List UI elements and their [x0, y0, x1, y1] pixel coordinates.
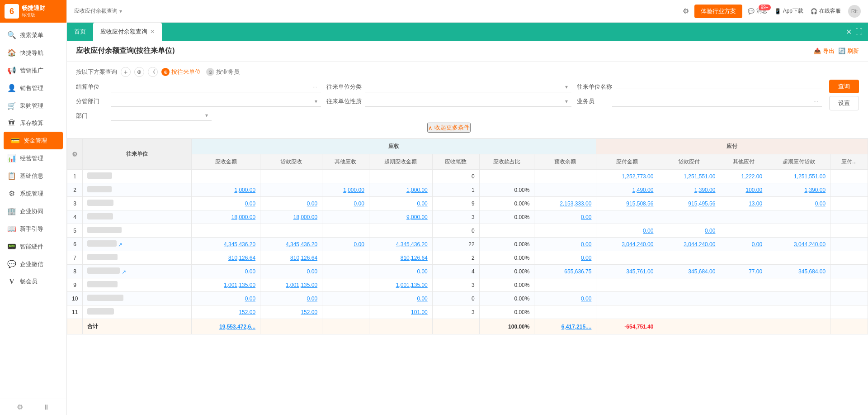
collapse-footer-icon[interactable]: ⏸: [42, 403, 50, 411]
field-label-partner-name: 往来单位名称: [577, 83, 612, 91]
table-wrapper[interactable]: ⚙ 往来单位 应收 应付 应收金额 贷款应收 其他应收 超期应收金额 应收笔数 …: [67, 138, 868, 415]
refresh-icon: 🔄: [838, 48, 845, 54]
app-download-icon: 📱: [774, 8, 781, 14]
smart-hw-icon: 📟: [7, 242, 16, 251]
tab-close-icon[interactable]: ✕: [150, 29, 155, 35]
settings-footer-icon[interactable]: ⚙: [17, 403, 23, 411]
cell-ar_count: 3: [432, 210, 479, 224]
message-button[interactable]: 💬 消息 99+: [748, 7, 767, 15]
filter-scheme-salesman[interactable]: ⊙ 按业务员: [206, 68, 240, 76]
cell-ar_other: [322, 210, 369, 224]
sidebar-item-label: 经营管理: [20, 154, 43, 162]
quick-nav-icon: 🏠: [7, 48, 16, 57]
cell-ar_loan: 1,001,135.00: [260, 278, 322, 292]
filter-label: 按以下方案查询: [76, 68, 117, 76]
promo-button[interactable]: 体验行业方案: [694, 5, 742, 18]
sidebar-item-quick-nav[interactable]: 🏠 快捷导航: [0, 44, 66, 62]
dots-icon: ···: [312, 83, 317, 90]
field-label-partner-nature: 往来单位性质: [326, 97, 362, 105]
table-row: 6 ↗4,345,436.204,345,436.200.004,345,436…: [67, 238, 868, 251]
cell-ar_loan: 810,126.64: [260, 251, 322, 265]
cell-ar_advance: 655,636.75: [534, 265, 596, 278]
refresh-button[interactable]: 🔄 刷新: [838, 47, 859, 55]
cell-ar_amount: 1,001,135.00: [192, 278, 260, 292]
cell-ar_advance: 0.00: [534, 251, 596, 265]
th-ar-count: 应收笔数: [432, 154, 479, 170]
dept-select[interactable]: ▾: [111, 96, 321, 107]
cell-ar_overdue: [369, 224, 432, 238]
sidebar-item-label: 畅会员: [20, 277, 38, 286]
sidebar-item-inventory[interactable]: 🏛 库存核算: [0, 114, 66, 132]
sidebar-item-smart-hw[interactable]: 📟 智能硬件: [0, 238, 66, 255]
filter-add-button[interactable]: +: [121, 67, 131, 77]
sidebar-item-base-info[interactable]: 📋 基础信息: [0, 167, 66, 185]
sidebar-item-member[interactable]: V 畅会员: [0, 273, 66, 290]
sidebar-item-guide[interactable]: 📖 新手引导: [0, 220, 66, 238]
export-button[interactable]: 📤 导出: [814, 47, 835, 55]
sidebar-footer: ⚙ ⏸: [0, 399, 66, 415]
cell-ar_advance: [534, 183, 596, 197]
filter-scheme-partner[interactable]: ⊕ 按往来单位: [161, 68, 201, 76]
online-service-button[interactable]: 🎧 在线客服: [811, 7, 841, 15]
cell-ap_overdue: 1,390.00: [767, 183, 830, 197]
cell-ar_overdue: 4,345,436.20: [369, 238, 432, 251]
table-gear-icon[interactable]: ⚙: [72, 151, 78, 158]
sidebar-item-sales[interactable]: 👤 销售管理: [0, 79, 66, 97]
user-avatar[interactable]: Rit: [848, 5, 861, 18]
cell-ap_other: [720, 210, 767, 224]
sidebar-logo: 6 畅捷通财 标准版: [0, 0, 66, 23]
th-ap-loan: 贷款应付: [658, 154, 720, 170]
cell-ap_amount: [596, 305, 658, 319]
footer-ar-advance[interactable]: 6,417,215....: [534, 319, 596, 334]
breadcrumb: 应收应付余额查询 ▾: [74, 7, 677, 15]
sidebar-item-corp-collab[interactable]: 🏢 企业协同: [0, 202, 66, 220]
app-download-button[interactable]: 📱 App下载: [774, 7, 803, 15]
field-label-section-dept: 部门: [76, 112, 108, 120]
filter-target-button[interactable]: ⊕: [134, 67, 144, 77]
chevron-down-icon: ▾: [205, 112, 208, 119]
table-body: 101,252,773.001,251,551.001,222.001,251,…: [67, 170, 868, 319]
top-header: 应收应付余额查询 ▾ ⚙ 体验行业方案 💬 消息 99+ 📱 App下载 🎧 在…: [67, 0, 868, 23]
cell-ap_more: [830, 251, 868, 265]
tab-fullscreen-icon[interactable]: ⛶: [855, 28, 863, 36]
salesman-input[interactable]: ···: [612, 96, 822, 107]
tab-home[interactable]: 首页: [67, 23, 93, 41]
cell-ar_ratio: 0.00%: [479, 292, 534, 305]
cell-ar_amount: [192, 224, 260, 238]
chevron-down-icon: ▾: [315, 98, 317, 105]
sidebar-item-label: 营销推广: [20, 67, 43, 75]
partner-name-input[interactable]: [616, 85, 822, 89]
gear-icon[interactable]: ⚙: [683, 7, 689, 15]
tab-ar-ap[interactable]: 应收应付余额查询 ✕: [93, 23, 162, 41]
footer-ar-amount[interactable]: 19,553,472,6...: [192, 319, 260, 334]
cell-ar_overdue: 810,126.64: [369, 251, 432, 265]
sidebar-item-system[interactable]: ⚙ 系统管理: [0, 185, 66, 202]
field-label-dept: 分管部门: [76, 97, 108, 105]
partner-type-select[interactable]: ▾: [365, 82, 571, 92]
chevron-down-icon: ▾: [565, 98, 568, 105]
sidebar-item-management[interactable]: 📊 经营管理: [0, 149, 66, 167]
sidebar-item-wechat[interactable]: 💬 企业微信: [0, 255, 66, 273]
sidebar-item-search-menu[interactable]: 🔍 搜索菜单: [0, 26, 66, 44]
settlement-unit-input[interactable]: ···: [111, 81, 321, 92]
collapse-button[interactable]: ∧ 收起更多条件: [427, 123, 471, 133]
th-ar-amount: 应收金额: [192, 154, 260, 170]
cell-ar_overdue: 1,001,135.00: [369, 278, 432, 292]
partner-nature-select[interactable]: ▾: [365, 96, 571, 107]
sidebar-item-label: 智能硬件: [20, 243, 43, 251]
sidebar-item-finance[interactable]: 💳 资金管理: [4, 132, 63, 149]
base-info-icon: 📋: [7, 172, 16, 180]
table-header-group: ⚙ 往来单位 应收 应付: [67, 139, 868, 154]
cell-ap_overdue: 345,684.00: [767, 265, 830, 278]
sidebar-item-marketing[interactable]: 📢 营销推广: [0, 62, 66, 79]
cell-ar_amount: 18,000.00: [192, 210, 260, 224]
tab-bar-actions: ✕ ⛶: [846, 28, 868, 36]
section-dept-select[interactable]: ▾: [111, 110, 212, 121]
settings-button[interactable]: 设置: [829, 96, 859, 110]
cell-no: 9: [67, 278, 83, 292]
filter-collapse-scheme-button[interactable]: 《: [148, 67, 158, 77]
tab-close-all-icon[interactable]: ✕: [846, 28, 852, 36]
cell-partner: [83, 170, 192, 183]
query-button[interactable]: 查询: [829, 80, 859, 93]
sidebar-item-purchase[interactable]: 🛒 采购管理: [0, 97, 66, 114]
